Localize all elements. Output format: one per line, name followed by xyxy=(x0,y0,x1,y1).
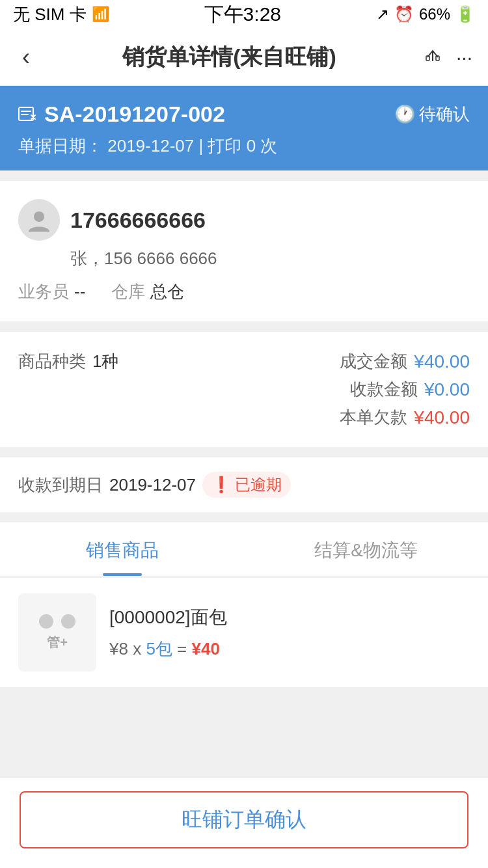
tab-sales-products-label: 销售商品 xyxy=(86,540,159,560)
status-bar: 无 SIM 卡 📶 下午3:28 ↗ ⏰ 66% 🔋 xyxy=(0,0,488,29)
bottom-bar: 旺铺订单确认 xyxy=(0,778,488,868)
owed-amount-label: 本单欠款 xyxy=(340,406,407,429)
transaction-amount-row: 成交金额 ¥40.00 xyxy=(340,350,470,373)
tabs-section: 销售商品 结算&物流等 xyxy=(0,522,488,576)
overdue-badge: ❗ 已逾期 xyxy=(202,472,291,498)
product-types: 商品种类 1种 xyxy=(18,350,118,373)
overdue-warning-icon: ❗ xyxy=(211,476,231,494)
svg-point-3 xyxy=(34,211,44,222)
more-button[interactable]: ··· xyxy=(456,46,472,68)
received-amount-value: ¥0.00 xyxy=(424,379,470,400)
customer-row: 17666666666 xyxy=(18,199,470,241)
confirm-order-button[interactable]: 旺铺订单确认 xyxy=(20,791,468,848)
customer-phone: 17666666666 xyxy=(70,208,206,233)
status-text: 待确认 xyxy=(419,103,470,126)
location-icon: ↗ xyxy=(376,5,389,23)
salesman-item: 业务员 -- xyxy=(18,280,85,303)
due-date-value: 2019-12-07 xyxy=(109,475,196,495)
alarm-icon: ⏰ xyxy=(394,5,414,23)
nav-actions: ··· xyxy=(422,44,472,70)
customer-meta: 业务员 -- 仓库 总仓 xyxy=(18,280,470,303)
customer-name: 张，156 6666 6666 xyxy=(18,247,470,270)
warehouse-label: 仓库 xyxy=(111,280,145,303)
page-title: 销货单详情(来自旺铺) xyxy=(122,42,336,72)
battery-icon: 🔋 xyxy=(455,5,475,23)
owl-eyes xyxy=(39,614,75,629)
status-right: ↗ ⏰ 66% 🔋 xyxy=(376,5,475,23)
tab-sales-products[interactable]: 销售商品 xyxy=(0,522,244,576)
tab-settlement-label: 结算&物流等 xyxy=(314,540,418,560)
received-amount-row: 收款金额 ¥0.00 xyxy=(350,378,470,401)
date-label: 单据日期： xyxy=(18,136,103,156)
share-button[interactable] xyxy=(422,44,443,70)
owl-eye-right xyxy=(61,614,75,629)
order-date-row: 单据日期： 2019-12-07 | 打印 0 次 xyxy=(18,135,470,157)
salesman-value: -- xyxy=(74,282,85,302)
owed-amount-row: 本单欠款 ¥40.00 xyxy=(340,406,470,429)
battery-text: 66% xyxy=(419,5,450,23)
status-left: 无 SIM 卡 📶 xyxy=(13,3,109,26)
wifi-icon: 📶 xyxy=(92,6,109,23)
order-id-row: SA-20191207-002 🕐 待确认 xyxy=(18,102,470,127)
product-img-inner: 管+ xyxy=(39,614,75,651)
tab-active-underline xyxy=(103,573,142,576)
product-types-value: 1种 xyxy=(92,350,118,373)
received-amount-label: 收款金额 xyxy=(350,378,418,401)
transaction-amount-label: 成交金额 xyxy=(340,350,407,373)
tab-settlement[interactable]: 结算&物流等 xyxy=(244,522,488,576)
product-calc: ¥8 x 5包 = ¥40 xyxy=(109,638,470,660)
product-item: 管+ [0000002]面包 ¥8 x 5包 = ¥40 xyxy=(0,578,488,687)
owed-amount-value: ¥40.00 xyxy=(414,407,470,428)
order-id: SA-20191207-002 xyxy=(18,102,225,127)
product-code: [0000002] xyxy=(109,607,191,627)
order-status: 🕐 待确认 xyxy=(394,103,470,126)
product-info: [0000002]面包 ¥8 x 5包 = ¥40 xyxy=(109,605,470,660)
amounts: 成交金额 ¥40.00 收款金额 ¥0.00 本单欠款 ¥40.00 xyxy=(340,350,470,429)
due-date-label: 收款到期日 xyxy=(18,474,103,496)
clock-icon: 🕐 xyxy=(394,104,415,124)
nav-bar: ‹ 销货单详情(来自旺铺) ··· xyxy=(0,29,488,86)
owl-text: 管+ xyxy=(47,634,68,651)
print-info: | 打印 0 次 xyxy=(198,136,277,156)
warehouse-value: 总仓 xyxy=(150,280,184,303)
overdue-text: 已逾期 xyxy=(235,474,282,495)
status-time: 下午3:28 xyxy=(204,1,281,28)
carrier-text: 无 SIM 卡 xyxy=(13,3,87,26)
order-header: SA-20191207-002 🕐 待确认 单据日期： 2019-12-07 |… xyxy=(0,86,488,170)
summary-section: 商品种类 1种 成交金额 ¥40.00 收款金额 ¥0.00 本单欠款 ¥40.… xyxy=(0,332,488,447)
owl-eye-left xyxy=(39,614,53,629)
salesman-label: 业务员 xyxy=(18,280,69,303)
transaction-amount-value: ¥40.00 xyxy=(414,351,470,372)
product-price: ¥8 xyxy=(109,639,128,658)
due-date-section: 收款到期日 2019-12-07 ❗ 已逾期 xyxy=(0,457,488,512)
product-name: [0000002]面包 xyxy=(109,605,470,630)
order-date-value: 2019-12-07 xyxy=(107,136,194,156)
order-id-icon xyxy=(18,102,38,127)
product-section: 管+ [0000002]面包 ¥8 x 5包 = ¥40 xyxy=(0,578,488,687)
order-number: SA-20191207-002 xyxy=(44,102,225,127)
product-name-text: 面包 xyxy=(191,607,227,627)
product-types-label: 商品种类 xyxy=(18,350,86,373)
warehouse-item: 仓库 总仓 xyxy=(111,280,184,303)
back-button[interactable]: ‹ xyxy=(16,37,36,77)
product-image: 管+ xyxy=(18,593,96,671)
customer-section: 17666666666 张，156 6666 6666 业务员 -- 仓库 总仓 xyxy=(0,181,488,321)
avatar xyxy=(18,199,60,241)
